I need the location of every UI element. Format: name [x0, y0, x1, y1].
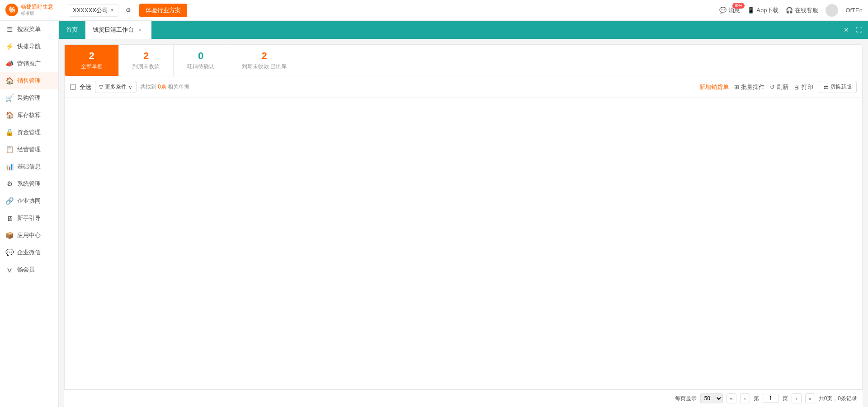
sidebar-label-8: 基础信息	[17, 163, 41, 171]
message-badge: 99+	[732, 3, 745, 9]
sidebar-icon-3: 🏠	[5, 77, 14, 85]
switch-label: 切换新版	[830, 83, 852, 91]
sidebar-item-7[interactable]: 📋经营管理	[0, 141, 58, 158]
stat-all[interactable]: 2 全部单据	[65, 45, 119, 76]
sidebar-item-1[interactable]: ⚡快捷导航	[0, 38, 58, 55]
sidebar-item-4[interactable]: 🛒采购管理	[0, 89, 58, 107]
logo-icon: 畅	[5, 4, 18, 16]
online-service-label: 在线客服	[795, 6, 818, 14]
sidebar-icon-7: 📋	[5, 145, 14, 154]
online-service-action[interactable]: 🎧 在线客服	[786, 6, 818, 14]
result-text: 共找到 0条 相关单据	[140, 83, 189, 91]
logo-area: 畅 畅捷通好生意 标准版	[5, 4, 64, 16]
trial-button[interactable]: 体验行业方案	[139, 4, 187, 17]
avatar[interactable]	[826, 4, 838, 17]
stat-overdue[interactable]: 2 到期未收款	[119, 45, 174, 76]
stat-pending-label: 旺辅待确认	[187, 63, 214, 70]
filter-icon: ▽	[99, 84, 103, 90]
sidebar-item-6[interactable]: 🔒资金管理	[0, 124, 58, 141]
toolbar: 全选 ▽ 更多条件 ∨ 共找到 0条 相关单据 + 新增销货单 ⊞ 批量操作 ↺	[64, 76, 863, 98]
sidebar-item-2[interactable]: 📣营销推广	[0, 55, 58, 72]
sidebar-label-10: 企业协同	[17, 197, 41, 205]
app-download-action[interactable]: 📱 App下载	[747, 6, 778, 14]
stat-overdue-number: 2	[143, 50, 149, 62]
settings-button[interactable]: ⚙	[122, 4, 135, 17]
print-button[interactable]: 🖨 打印	[794, 83, 813, 91]
sidebar-item-10[interactable]: 🔗企业协同	[0, 192, 58, 210]
page-label: 第	[754, 395, 759, 402]
prev-page-button[interactable]: ‹	[740, 393, 750, 403]
next-page-button[interactable]: ›	[792, 393, 802, 403]
sidebar-item-11[interactable]: 🖥新手引导	[0, 210, 58, 227]
first-page-button[interactable]: «	[726, 393, 736, 403]
select-all-checkbox[interactable]	[70, 84, 76, 90]
print-icon: 🖨	[794, 84, 800, 90]
stat-shipped-number: 2	[262, 50, 267, 62]
sidebar: ☰搜索菜单⚡快捷导航📣营销推广🏠销售管理🛒采购管理🏠库存核算🔒资金管理📋经营管理…	[0, 21, 59, 407]
tab-home[interactable]: 首页	[59, 21, 85, 39]
sidebar-item-3[interactable]: 🏠销售管理	[0, 72, 58, 89]
sidebar-item-5[interactable]: 🏠库存核算	[0, 107, 58, 124]
sidebar-item-0[interactable]: ☰搜索菜单	[0, 21, 58, 38]
sidebar-icon-6: 🔒	[5, 128, 14, 136]
stats-row: 2 全部单据 2 到期未收款 0 旺辅待确认 2 到期未收款 已出库	[64, 44, 863, 76]
sidebar-label-7: 经营管理	[17, 145, 41, 154]
sidebar-icon-13: 💬	[5, 248, 14, 257]
tab-close-all-button[interactable]: ✕	[841, 24, 852, 35]
sidebar-icon-9: ⚙	[5, 180, 14, 188]
per-page-select[interactable]: 50 100 200	[700, 393, 723, 403]
result-prefix: 共找到	[140, 84, 156, 90]
last-page-button[interactable]: »	[805, 393, 815, 403]
stat-shipped[interactable]: 2 到期未收款 已出库	[228, 45, 300, 76]
sidebar-label-11: 新手引导	[17, 214, 41, 222]
tab-work-label: 钱货日清工作台	[93, 26, 134, 34]
switch-icon: ⇄	[824, 84, 828, 90]
result-count: 0条	[158, 84, 166, 90]
batch-label: 批量操作	[741, 83, 764, 91]
sidebar-item-9[interactable]: ⚙系统管理	[0, 175, 58, 192]
app-download-label: App下载	[756, 6, 778, 14]
sidebar-item-14[interactable]: V畅会员	[0, 261, 58, 278]
top-header: 畅 畅捷通好生意 标准版 XXXXXX公司 ▼ ⚙ 体验行业方案 💬 消息 99…	[0, 0, 868, 21]
company-selector[interactable]: XXXXXX公司 ▼	[69, 4, 118, 17]
download-icon: 📱	[747, 7, 755, 14]
refresh-button[interactable]: ↺ 刷新	[770, 83, 788, 91]
switch-version-button[interactable]: ⇄ 切换新版	[819, 81, 857, 93]
table-area	[64, 98, 863, 389]
message-action[interactable]: 💬 消息 99+	[719, 6, 740, 14]
sidebar-icon-14: V	[5, 266, 14, 274]
batch-icon: ⊞	[734, 84, 739, 90]
sidebar-label-12: 应用中心	[17, 231, 41, 239]
sidebar-icon-2: 📣	[5, 60, 14, 68]
sidebar-icon-1: ⚡	[5, 42, 14, 51]
stat-overdue-label: 到期未收款	[132, 63, 160, 70]
add-sale-order-button[interactable]: + 新增销货单	[694, 83, 729, 91]
sidebar-label-0: 搜索菜单	[17, 25, 41, 33]
sidebar-label-3: 销售管理	[17, 77, 41, 85]
sidebar-icon-10: 🔗	[5, 197, 14, 205]
sidebar-label-1: 快捷导航	[17, 42, 41, 51]
sidebar-label-4: 采购管理	[17, 94, 41, 102]
per-page-label: 每页显示	[675, 395, 697, 402]
tab-close-icon[interactable]: ×	[137, 26, 144, 33]
tab-home-label: 首页	[66, 26, 78, 34]
content-area: 2 全部单据 2 到期未收款 0 旺辅待确认 2 到期未收款 已出库 全选 ▽ …	[59, 39, 868, 407]
user-name: OfTEn	[845, 7, 863, 14]
sidebar-item-8[interactable]: 📊基础信息	[0, 158, 58, 175]
sidebar-item-12[interactable]: 📦应用中心	[0, 227, 58, 244]
tab-maximize-button[interactable]: ⛶	[854, 24, 864, 35]
batch-operation-button[interactable]: ⊞ 批量操作	[734, 83, 764, 91]
tab-work[interactable]: 钱货日清工作台 ×	[85, 21, 151, 39]
sidebar-icon-8: 📊	[5, 163, 14, 171]
sidebar-item-13[interactable]: 💬企业微信	[0, 244, 58, 261]
chevron-down-icon: ▼	[110, 8, 114, 13]
sidebar-label-9: 系统管理	[17, 180, 41, 188]
stat-pending[interactable]: 0 旺辅待确认	[174, 45, 228, 76]
refresh-icon: ↺	[770, 84, 775, 90]
page-input[interactable]	[763, 394, 779, 403]
sidebar-icon-11: 🖥	[5, 215, 14, 222]
refresh-label: 刷新	[777, 83, 788, 91]
logo-sub: 标准版	[21, 10, 53, 17]
page-suffix-label: 页	[783, 395, 788, 402]
filter-button[interactable]: ▽ 更多条件 ∨	[95, 81, 137, 93]
